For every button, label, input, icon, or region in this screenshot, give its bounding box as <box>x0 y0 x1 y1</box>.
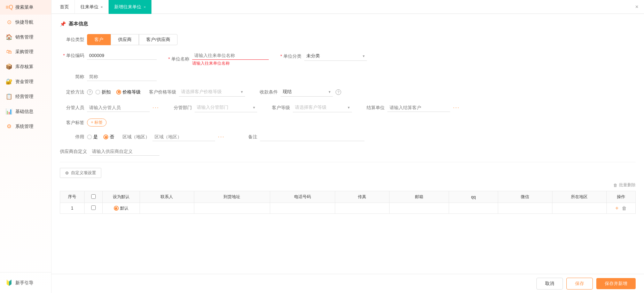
sidebar-item-base-info[interactable]: 📊 基础信息 <box>0 104 51 119</box>
pricing-help-icon[interactable]: ? <box>87 89 93 95</box>
unit-name-error: 请输入往来单位名称 <box>192 60 269 66</box>
radio-outer-yes <box>87 135 92 139</box>
customer-price-arrow: ▾ <box>241 90 243 94</box>
row-radio-inner <box>115 207 117 210</box>
disable-radio-no[interactable]: 否 <box>103 134 114 140</box>
table-row: 1 默认 <box>60 203 636 214</box>
payment-label: 收款条件 <box>253 89 278 95</box>
row-region-input[interactable] <box>565 206 593 211</box>
unit-category-arrow: ▾ <box>363 54 365 58</box>
save-new-button[interactable]: 保存并新增 <box>596 278 636 289</box>
sidebar-item-label: 系统管理 <box>15 123 33 130</box>
unit-code-input[interactable] <box>87 51 157 60</box>
tab-partner-new-close[interactable]: × <box>143 5 146 9</box>
sidebar-item-purchase[interactable]: 🛍 采购管理 <box>0 44 51 59</box>
tab-partner-list-close[interactable]: × <box>101 5 103 9</box>
row-radio-outer <box>114 206 119 211</box>
inventory-icon: 📦 <box>6 63 13 70</box>
tab-partner-new[interactable]: 新增往来单位 × <box>109 0 151 14</box>
tab-home[interactable]: 首页 <box>54 0 75 14</box>
row-wechat-input[interactable] <box>511 206 539 211</box>
type-btn-both[interactable]: 客户/供应商 <box>139 34 178 45</box>
settlement-more-icon[interactable]: ··· <box>453 105 460 111</box>
select-all-checkbox[interactable] <box>91 194 96 199</box>
row-add-button[interactable]: + <box>615 205 619 211</box>
unit-type-field: 单位类型 客户 供应商 客户/供应商 <box>60 34 178 45</box>
sidebar-item-guide[interactable]: 🔰 新手引导 <box>0 275 51 290</box>
pricing-field: 定价方法 ? 折扣 价格等级 <box>60 89 141 95</box>
payment-field: 收款条件 现结 ▾ ? <box>253 87 341 97</box>
settlement-input[interactable] <box>387 104 450 112</box>
region-field: 区域（地区） ··· <box>123 133 225 141</box>
row-contact-input[interactable] <box>153 206 181 211</box>
purchase-icon: 🛍 <box>6 49 13 55</box>
payment-value: 现结 <box>283 89 292 95</box>
manager-more-icon[interactable]: ··· <box>152 105 159 111</box>
payment-select[interactable]: 现结 ▾ <box>281 87 333 97</box>
customer-level-arrow: ▾ <box>348 105 350 110</box>
payment-help-icon[interactable]: ? <box>336 89 341 95</box>
row-region <box>552 203 606 214</box>
pricing-radio-discount[interactable]: 折扣 <box>95 89 111 95</box>
customer-level-select[interactable]: 请选择客户等级 ▾ <box>293 103 352 112</box>
tab-partner-new-label: 新增往来单位 <box>114 4 141 10</box>
save-button[interactable]: 保存 <box>566 278 593 290</box>
sidebar-item-operations[interactable]: 📋 经营管理 <box>0 89 51 104</box>
batch-delete-button[interactable]: 🗑 批量删除 <box>613 182 636 188</box>
disable-radio-yes[interactable]: 是 <box>87 134 98 140</box>
manager-input[interactable] <box>87 104 150 112</box>
tab-partner-list[interactable]: 往来单位 × <box>75 0 109 14</box>
col-default: 设为默认 <box>103 191 140 203</box>
unit-category-select[interactable]: 未分类 ▾ <box>304 51 367 61</box>
custom-settings-button[interactable]: ⚙ 自定义项设置 <box>60 168 101 178</box>
sidebar-item-label: 库存核算 <box>15 64 33 70</box>
region-input[interactable] <box>152 133 215 141</box>
region-more-icon[interactable]: ··· <box>218 134 225 140</box>
type-btn-customer[interactable]: 客户 <box>87 34 111 45</box>
pricing-level-label: 价格等级 <box>123 89 141 95</box>
row-phone-input[interactable] <box>285 206 320 211</box>
settlement-field: 结算单位 ··· <box>360 104 460 112</box>
sidebar-item-system[interactable]: ⚙ 系统管理 <box>0 119 51 134</box>
sidebar-item-sales[interactable]: 🏠 销售管理 <box>0 30 51 44</box>
pricing-radio-level[interactable]: 价格等级 <box>116 89 141 95</box>
sidebar-item-label: 快捷导航 <box>15 19 33 25</box>
row-checkbox-input[interactable] <box>91 205 96 210</box>
cancel-button[interactable]: 取消 <box>536 278 563 290</box>
tag-field: 客户标签 + 标签 <box>60 119 107 127</box>
remark-input[interactable] <box>260 133 364 141</box>
customer-level-label: 客户等级 <box>266 105 290 111</box>
dept-select[interactable]: 请输入分管部门 ▾ <box>195 103 257 112</box>
customer-price-select[interactable]: 请选择客户价格等级 ▾ <box>179 87 245 97</box>
sidebar-item-search[interactable]: ≡Q 搜索菜单 <box>0 0 51 15</box>
sidebar-item-inventory[interactable]: 📦 库存核算 <box>0 59 51 74</box>
radio-inner-level <box>118 91 120 93</box>
sidebar-item-quick-nav[interactable]: ⊙ 快捷导航 <box>0 15 51 30</box>
sidebar-item-label: 采购管理 <box>15 49 33 55</box>
disable-yes-label: 是 <box>93 134 98 140</box>
close-all-tabs[interactable]: × <box>633 4 641 10</box>
row-email-input[interactable] <box>403 206 435 211</box>
disable-no-label: 否 <box>110 134 114 140</box>
unit-name-input[interactable] <box>192 51 269 60</box>
finance-icon: 🔐 <box>6 78 13 85</box>
type-btn-supplier[interactable]: 供应商 <box>111 34 139 45</box>
unit-name-label: 单位名称 <box>165 56 189 62</box>
row-fax-input[interactable] <box>348 206 376 211</box>
row-default-radio[interactable]: 默认 <box>106 205 136 211</box>
row-address-input[interactable] <box>211 206 253 211</box>
col-region: 所在地区 <box>552 191 606 203</box>
sidebar-item-label: 搜索菜单 <box>15 4 33 10</box>
row-delete-button[interactable]: 🗑 <box>622 205 627 211</box>
custom-settings-label: 自定义项设置 <box>71 170 96 176</box>
dept-label: 分管部门 <box>167 105 192 111</box>
abbr-input[interactable] <box>87 73 157 81</box>
supplier-custom-field: 供应商自定义 <box>60 147 159 156</box>
sales-icon: 🏠 <box>6 34 13 40</box>
tag-add-button[interactable]: + 标签 <box>87 119 107 127</box>
sidebar-item-finance[interactable]: 🔐 资金管理 <box>0 74 51 89</box>
main-area: 首页 往来单位 × 新增往来单位 × × 📌 基本信息 单位类型 客户 供应商 … <box>52 0 644 293</box>
supplier-custom-input[interactable] <box>90 147 159 156</box>
row-qq-input[interactable] <box>461 206 486 211</box>
contact-table: 序号 设为默认 联系人 到货地址 电话号码 传真 邮箱 qq 微信 所在地区 操… <box>60 191 636 214</box>
